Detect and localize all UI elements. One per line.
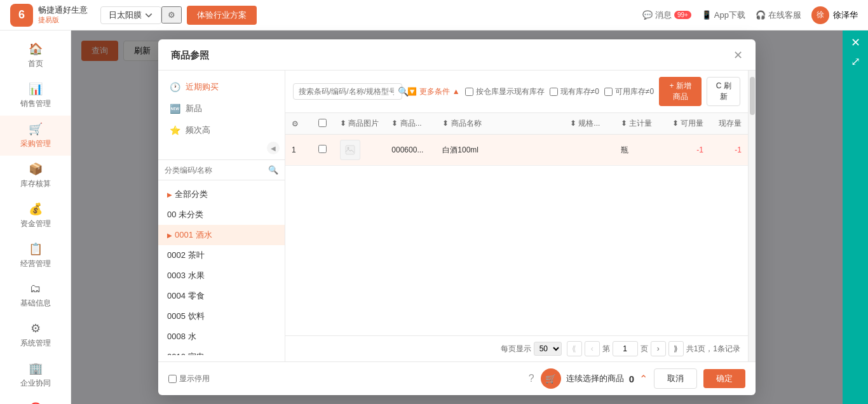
cart-icon-button[interactable]: 🛒 — [541, 368, 561, 389]
teal-close-button[interactable]: ✕ — [851, 36, 860, 50]
cell-spec — [564, 135, 614, 166]
nav-right: 💬 消息 99+ 📱 App下载 🎧 在线客服 徐 徐泽华 — [642, 6, 858, 24]
sidebar-label-enterprise: 企业协同 — [20, 378, 51, 389]
cell-check[interactable] — [311, 135, 334, 166]
help-icon[interactable]: ? — [529, 373, 534, 384]
cat-item-00[interactable]: 00 未分类 — [158, 205, 285, 225]
disabled-checkbox[interactable] — [168, 375, 177, 383]
sidebar-item-finance[interactable]: 💰 资金管理 — [0, 196, 71, 236]
sidebar-label-inventory: 库存核算 — [20, 178, 51, 189]
trial-button[interactable]: 体验行业方案 — [187, 6, 257, 25]
vertical-scrollbar[interactable] — [748, 71, 756, 361]
th-img: ⬍ 商品图片 — [334, 113, 385, 135]
sidebar-item-enterprise[interactable]: 🏢 企业协同 — [0, 355, 71, 395]
teal-expand-button[interactable]: ⤢ — [851, 55, 860, 69]
sidebar-item-guide[interactable]: 🎯 新手引导 — [0, 395, 71, 404]
dialog-close-button[interactable]: ✕ — [733, 48, 743, 62]
sidebar-item-system[interactable]: ⚙ 系统管理 — [0, 315, 71, 355]
product-search-input[interactable] — [299, 87, 394, 96]
warehouse-checkbox[interactable] — [465, 88, 473, 96]
user-avatar[interactable]: 徐 徐泽华 — [811, 6, 858, 24]
cancel-button[interactable]: 取消 — [654, 368, 697, 389]
avail-checkbox[interactable] — [604, 88, 613, 96]
top-nav: 6 畅捷通好生意 捷易版 日太阳膜 ⚙ 体验行业方案 💬 消息 99+ 📱 Ap… — [0, 0, 868, 30]
th-unit[interactable]: ⬍ 主计量 — [614, 113, 659, 135]
cat-0001-label: 0001 酒水 — [175, 229, 212, 241]
cell-num: 1 — [285, 135, 311, 166]
first-page-button[interactable]: ⟪ — [567, 341, 582, 356]
cat-item-0005[interactable]: 0005 饮料 — [158, 306, 285, 327]
cat-item-all[interactable]: ▶ 全部分类 — [158, 184, 285, 205]
th-name[interactable]: ⬍ 商品名称 — [436, 113, 564, 135]
guide-icon: 🎯 — [29, 401, 43, 404]
cat-item-0003[interactable]: 0003 水果 — [158, 266, 285, 286]
table-body: 1 — [285, 135, 748, 166]
th-settings[interactable]: ⚙ — [285, 113, 311, 135]
confirm-button[interactable]: 确定 — [703, 369, 745, 388]
message-button[interactable]: 💬 消息 99+ — [642, 10, 691, 21]
category-search-icon[interactable]: 🔍 — [268, 165, 278, 175]
check-nonzero[interactable]: 现有库存≠0 — [550, 86, 599, 97]
online-service-button[interactable]: 🎧 在线客服 — [756, 10, 801, 21]
avatar-circle: 徐 — [811, 6, 829, 24]
cat-item-0008[interactable]: 0008 水 — [158, 327, 285, 347]
category-search: 🔍 — [158, 160, 285, 180]
tab-high-freq[interactable]: ⭐ 频次高 — [163, 120, 280, 140]
sidebar-item-inventory[interactable]: 📦 库存核算 — [0, 156, 71, 196]
select-all-checkbox[interactable] — [318, 119, 327, 127]
sidebar-item-business[interactable]: 📋 经营管理 — [0, 236, 71, 276]
product-table-area: ⚙ ⬍ 商品图片 — [285, 113, 748, 335]
row-checkbox[interactable] — [318, 145, 327, 153]
add-product-button[interactable]: + 新增商品 — [659, 77, 702, 106]
page-number-input[interactable] — [613, 341, 638, 356]
show-disabled-checkbox[interactable]: 显示停用 — [168, 374, 210, 384]
last-page-button[interactable]: ⟫ — [668, 341, 684, 356]
nav-selector[interactable]: 日太阳膜 — [100, 6, 161, 24]
dialog-header: 商品参照 ✕ — [158, 39, 756, 71]
business-icon: 📋 — [29, 242, 43, 256]
check-warehouse[interactable]: 按仓库显示现有库存 — [465, 86, 545, 97]
table-row[interactable]: 1 — [285, 135, 748, 166]
th-code[interactable]: ⬍ 商品... — [385, 113, 436, 135]
sidebar-item-sales[interactable]: 📊 销售管理 — [0, 76, 71, 116]
sidebar-item-basic[interactable]: 🗂 基础信息 — [0, 276, 71, 315]
cat-item-0001[interactable]: ▶ 0001 酒水 — [158, 225, 285, 245]
page-size-selector: 每页显示 50 — [501, 342, 562, 356]
next-page-button[interactable]: › — [651, 341, 666, 356]
app-download-button[interactable]: 📱 App下载 — [702, 10, 745, 21]
logo-text: 畅捷通好生意 捷易版 — [38, 5, 88, 25]
cart-count: 0 — [629, 374, 634, 384]
svg-point-1 — [348, 147, 349, 149]
cat-item-0004[interactable]: 0004 零食 — [158, 286, 285, 306]
filter-button[interactable]: 🔽 更多条件 ▲ — [407, 86, 460, 97]
th-stock[interactable]: 现存量 — [710, 113, 748, 135]
prev-page-button[interactable]: ‹ — [585, 341, 600, 356]
logo-icon: 6 — [10, 4, 33, 27]
dialog-body: 🕐 近期购买 🆕 新品 ⭐ 频次高 ◀ — [158, 71, 756, 361]
th-avail[interactable]: ⬍ 可用量 — [659, 113, 710, 135]
th-spec[interactable]: ⬍ 规格... — [564, 113, 614, 135]
gear-button[interactable]: ⚙ — [161, 6, 182, 24]
th-img-sort-icon[interactable]: ⬍ — [340, 119, 346, 128]
sidebar-label-business: 经营管理 — [20, 259, 51, 269]
teal-sidebar: ✕ ⤢ — [843, 30, 868, 404]
sidebar-item-home[interactable]: 🏠 首页 — [0, 36, 71, 76]
tab-recent-purchase[interactable]: 🕐 近期购买 — [163, 77, 280, 97]
collapse-cart-button[interactable]: ⌃ — [639, 373, 648, 385]
sidebar-item-purchase[interactable]: 🛒 采购管理 — [0, 116, 71, 156]
th-check[interactable] — [311, 113, 334, 135]
cat-item-0010[interactable]: 0010 家电 — [158, 347, 285, 355]
refresh-button[interactable]: C 刷新 — [707, 77, 740, 106]
cat-0002-label: 0002 茶叶 — [167, 250, 205, 261]
scroll-thumb[interactable] — [750, 77, 755, 115]
dialog-footer: 显示停用 ? 🛒 连续选择的商品 0 ⌃ 取消 确定 — [158, 361, 756, 395]
settings-icon[interactable]: ⚙ — [292, 119, 299, 128]
check-avail[interactable]: 可用库存≠0 — [604, 86, 654, 97]
category-search-input[interactable] — [165, 166, 266, 175]
cat-item-0002[interactable]: 0002 茶叶 — [158, 245, 285, 266]
inventory-icon: 📦 — [29, 162, 43, 176]
collapse-left-button[interactable]: ◀ — [267, 142, 280, 154]
nonzero-checkbox[interactable] — [550, 88, 558, 96]
page-size-select[interactable]: 50 — [534, 342, 562, 356]
tab-new-product[interactable]: 🆕 新品 — [163, 98, 280, 119]
